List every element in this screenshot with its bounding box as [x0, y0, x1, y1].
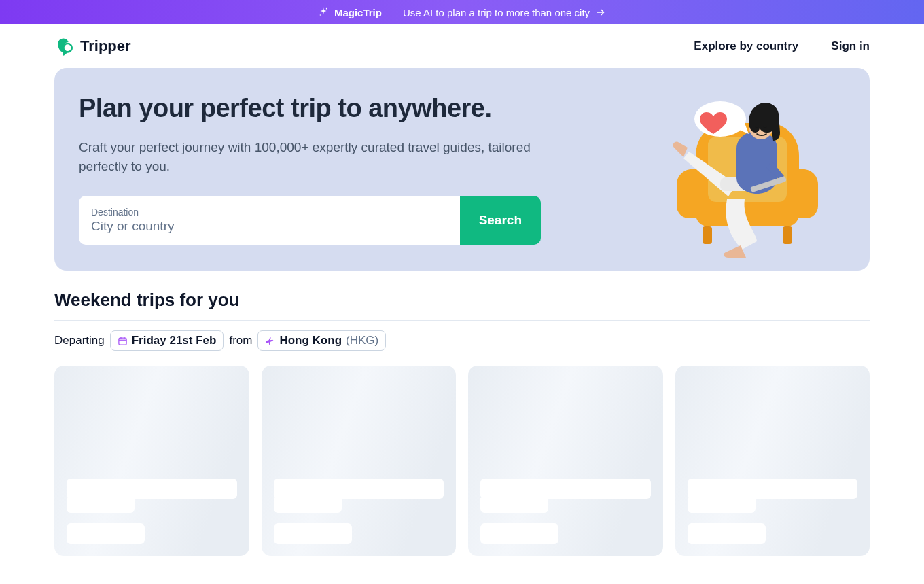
search-row: Destination Search: [79, 196, 541, 245]
destination-input[interactable]: [91, 219, 448, 234]
skeleton-line: [274, 479, 444, 499]
skeleton-line: [480, 523, 558, 544]
plane-icon: [265, 336, 275, 346]
svg-point-1: [320, 14, 321, 15]
hero: Plan your perfect trip to anywhere. Craf…: [54, 68, 870, 271]
banner-separator: —: [387, 7, 397, 18]
destination-label: Destination: [91, 207, 448, 218]
arrow-right-icon: [595, 7, 606, 18]
date-value: Friday 21st Feb: [132, 334, 217, 347]
nav-explore[interactable]: Explore by country: [694, 39, 798, 53]
sparkle-icon: [318, 7, 329, 18]
skeleton-line: [67, 523, 145, 544]
skeleton-line: [67, 479, 237, 499]
search-button[interactable]: Search: [460, 196, 541, 245]
filter-row: Departing Friday 21st Feb from Hong Kong…: [54, 330, 870, 351]
date-pill[interactable]: Friday 21st Feb: [110, 330, 224, 351]
svg-point-0: [326, 8, 327, 10]
weekend-trips-section: Weekend trips for you Departing Friday 2…: [54, 290, 870, 556]
skeleton-line: [688, 479, 858, 499]
logo-icon: [54, 35, 76, 57]
hero-subtitle: Craft your perfect journey with 100,000+…: [79, 138, 541, 175]
calendar-icon: [118, 336, 128, 346]
trip-card-skeleton: [262, 366, 457, 556]
location-value: Hong Kong: [279, 334, 342, 347]
destination-field-wrap[interactable]: Destination: [79, 196, 460, 245]
hero-illustration: [655, 81, 845, 258]
logo[interactable]: Tripper: [54, 35, 131, 57]
skeleton-line: [480, 479, 651, 499]
hero-title: Plan your perfect trip to anywhere.: [79, 94, 541, 123]
svg-rect-4: [703, 226, 712, 244]
nav-signin[interactable]: Sign in: [831, 39, 870, 53]
skeleton-line: [67, 498, 135, 513]
location-pill[interactable]: Hong Kong (HKG): [257, 330, 386, 351]
magictrip-banner[interactable]: MagicTrip — Use AI to plan a trip to mor…: [0, 0, 924, 24]
from-label: from: [229, 334, 252, 347]
skeleton-line: [688, 523, 766, 544]
skeleton-line: [274, 523, 352, 544]
svg-point-2: [63, 44, 71, 52]
nav: Explore by country Sign in: [694, 39, 870, 53]
departing-label: Departing: [54, 334, 105, 347]
logo-text: Tripper: [80, 37, 131, 55]
skeleton-line: [480, 498, 548, 513]
header: Tripper Explore by country Sign in: [54, 24, 870, 68]
location-code: (HKG): [346, 334, 378, 347]
section-title: Weekend trips for you: [54, 290, 870, 321]
trip-card-skeleton: [468, 366, 663, 556]
trip-card-skeleton: [54, 366, 249, 556]
skeleton-line: [688, 498, 756, 513]
trip-card-skeleton: [675, 366, 870, 556]
svg-rect-5: [783, 226, 792, 244]
trip-cards: [54, 366, 870, 556]
banner-text: Use AI to plan a trip to more than one c…: [403, 7, 590, 18]
svg-rect-10: [119, 338, 126, 345]
banner-title: MagicTrip: [334, 7, 382, 18]
skeleton-line: [274, 498, 342, 513]
